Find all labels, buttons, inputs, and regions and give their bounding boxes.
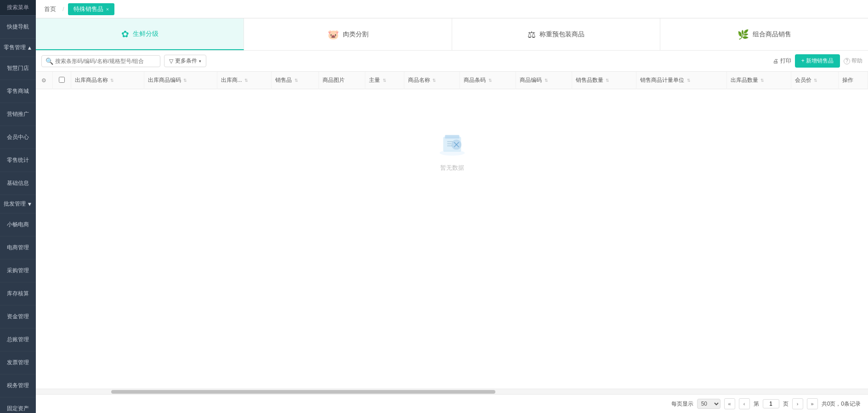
- toolbar-right: 🖨 打印 + 新增销售品 ? 帮助: [773, 54, 862, 68]
- sidebar-item-purchase-mgmt[interactable]: 采购管理: [0, 259, 36, 282]
- th-product-code-label: 商品编码: [520, 77, 542, 83]
- sort-arrows-main-qty[interactable]: ⇅: [383, 78, 386, 83]
- cat-tab-fresh-grade[interactable]: ✿ 生鲜分级: [36, 18, 244, 50]
- cat-tab-combo-sale[interactable]: 🌿 组合商品销售: [660, 18, 868, 50]
- column-gear-icon: ⚙: [41, 77, 46, 84]
- scrollbar-thumb[interactable]: [111, 390, 495, 394]
- fixed-assets-label: 固定资产: [7, 405, 29, 413]
- sidebar-item-mini-ecom[interactable]: 小畅电商: [0, 213, 36, 236]
- th-gear[interactable]: ⚙: [36, 72, 52, 89]
- th-member-price: 会员价 ⇅: [791, 72, 839, 89]
- last-page-button[interactable]: »: [807, 398, 818, 409]
- retail-mgmt-arrow: ▲: [27, 45, 33, 51]
- search-menu[interactable]: 搜索菜单: [0, 0, 36, 16]
- category-tabs: ✿ 生鲜分级 🐷 肉类分割 ⚖ 称重预包装商品 🌿 组合商品销售: [36, 18, 868, 51]
- bottom-scrollbar[interactable]: [36, 389, 868, 394]
- th-barcode: 商品条码 ⇅: [460, 72, 516, 89]
- last-page-icon: »: [811, 401, 814, 407]
- sort-arrows-barcode[interactable]: ⇅: [488, 78, 492, 83]
- th-product-code: 商品编码 ⇅: [516, 72, 572, 89]
- retail-mall-label: 零售商城: [7, 87, 29, 95]
- smart-store-label: 智慧门店: [7, 64, 29, 72]
- page-input[interactable]: [763, 399, 779, 408]
- first-page-button[interactable]: «: [724, 398, 735, 409]
- tab-close-icon[interactable]: ×: [106, 6, 109, 12]
- th-out-code: 出库商品编码 ⇅: [144, 72, 217, 89]
- filter-button[interactable]: ▽ 更多条件 ▾: [164, 55, 206, 67]
- sales-promo-label: 营销推广: [7, 110, 29, 118]
- th-action-label: 操作: [842, 77, 853, 83]
- page-label: 第: [754, 400, 759, 408]
- print-button[interactable]: 🖨 打印: [773, 57, 791, 65]
- main-content: 首页 / 特殊销售品 × ✿ 生鲜分级 🐷 肉类分割 ⚖ 称重预包装商品 🌿 组…: [36, 0, 868, 413]
- help-button[interactable]: ? 帮助: [844, 57, 862, 65]
- th-main-qty: 主量 ⇅: [365, 72, 404, 89]
- sidebar-item-smart-store[interactable]: 智慧门店: [0, 57, 36, 80]
- sort-arrows-out-spec[interactable]: ⇅: [244, 78, 248, 83]
- empty-state-icon: [434, 126, 471, 158]
- empty-text: 暂无数据: [440, 164, 464, 172]
- wholesale-mgmt-label: 批发管理: [4, 200, 26, 208]
- sort-arrows-product-code[interactable]: ⇅: [545, 78, 548, 83]
- sidebar-item-fixed-assets[interactable]: 固定资产: [0, 397, 36, 413]
- home-tab[interactable]: 首页: [41, 5, 59, 13]
- active-tab[interactable]: 特殊销售品 ×: [68, 3, 114, 15]
- cat-tab-weigh-pack[interactable]: ⚖ 称重预包装商品: [452, 18, 660, 50]
- sidebar-item-retail-mgmt[interactable]: 零售管理 ▲: [0, 39, 36, 57]
- sidebar-item-tax-mgmt[interactable]: 税务管理: [0, 374, 36, 397]
- add-button[interactable]: + 新增销售品: [795, 54, 840, 68]
- th-checkbox[interactable]: [52, 72, 71, 89]
- sidebar-item-retail-stats[interactable]: 零售统计: [0, 149, 36, 172]
- table-container: ⚙ 出库商品名称 ⇅ 出库商品编码 ⇅ 出库商...: [36, 72, 868, 389]
- purchase-mgmt-label: 采购管理: [7, 267, 29, 275]
- retail-stats-label: 零售统计: [7, 156, 29, 164]
- th-product-img-label: 商品图片: [323, 77, 345, 83]
- page-size-select[interactable]: 50 20 100: [697, 399, 720, 409]
- sidebar-item-retail-mall[interactable]: 零售商城: [0, 80, 36, 103]
- sidebar-item-wholesale-mgmt[interactable]: 批发管理 ▼: [0, 195, 36, 213]
- filter-arrow-icon: ▾: [199, 59, 201, 63]
- invoice-mgmt-label: 发票管理: [7, 359, 29, 367]
- sort-arrows-product-name[interactable]: ⇅: [432, 78, 436, 83]
- search-input[interactable]: [55, 58, 156, 64]
- sidebar-item-general-ledger[interactable]: 总账管理: [0, 328, 36, 351]
- sort-arrows-sale-unit[interactable]: ⇅: [687, 78, 691, 83]
- breadcrumb-sep: /: [62, 6, 64, 12]
- first-page-icon: «: [728, 401, 731, 407]
- th-main-qty-label: 主量: [369, 77, 380, 83]
- meat-cut-icon: 🐷: [328, 29, 339, 40]
- cat-tab-meat-cut[interactable]: 🐷 肉类分割: [244, 18, 452, 50]
- sidebar-item-basic-info[interactable]: 基础信息: [0, 172, 36, 195]
- sidebar-item-member-center[interactable]: 会员中心: [0, 126, 36, 149]
- quick-nav-label: 快捷导航: [7, 23, 29, 31]
- sort-arrows-out-qty[interactable]: ⇅: [760, 78, 764, 83]
- capital-mgmt-label: 资金管理: [7, 313, 29, 321]
- th-sale-item: 销售品 ⇅: [272, 72, 319, 89]
- sidebar-item-inventory[interactable]: 库存核算: [0, 282, 36, 305]
- wholesale-mgmt-arrow: ▼: [27, 201, 33, 207]
- prev-page-button[interactable]: ‹: [739, 398, 750, 409]
- help-label: 帮助: [851, 57, 862, 65]
- add-label: + 新增销售品: [801, 57, 834, 65]
- th-barcode-label: 商品条码: [464, 77, 486, 83]
- sort-arrows-out-code[interactable]: ⇅: [183, 78, 187, 83]
- th-product-name-label: 商品名称: [408, 77, 430, 83]
- next-page-button[interactable]: ›: [792, 398, 803, 409]
- sort-arrows-member-price[interactable]: ⇅: [814, 78, 817, 83]
- sidebar-item-invoice-mgmt[interactable]: 发票管理: [0, 351, 36, 374]
- weigh-pack-label: 称重预包装商品: [539, 30, 584, 39]
- sort-arrows-sale-qty[interactable]: ⇅: [606, 78, 609, 83]
- sort-arrows-sale-item[interactable]: ⇅: [295, 78, 298, 83]
- th-out-name: 出库商品名称 ⇅: [71, 72, 144, 89]
- search-menu-label: 搜索菜单: [7, 4, 29, 11]
- sidebar-item-ecom-mgmt[interactable]: 电商管理: [0, 236, 36, 259]
- sidebar-item-capital-mgmt[interactable]: 资金管理: [0, 305, 36, 328]
- search-box[interactable]: 🔍: [41, 55, 160, 67]
- select-all-checkbox[interactable]: [59, 77, 65, 83]
- th-product-img: 商品图片: [319, 72, 365, 89]
- sidebar-item-quick-nav[interactable]: 快捷导航: [0, 16, 36, 39]
- th-sale-unit: 销售商品计量单位 ⇅: [636, 72, 726, 89]
- sort-arrows-out-name[interactable]: ⇅: [110, 78, 114, 83]
- sidebar-item-sales-promo[interactable]: 营销推广: [0, 103, 36, 126]
- svg-rect-9: [447, 145, 452, 146]
